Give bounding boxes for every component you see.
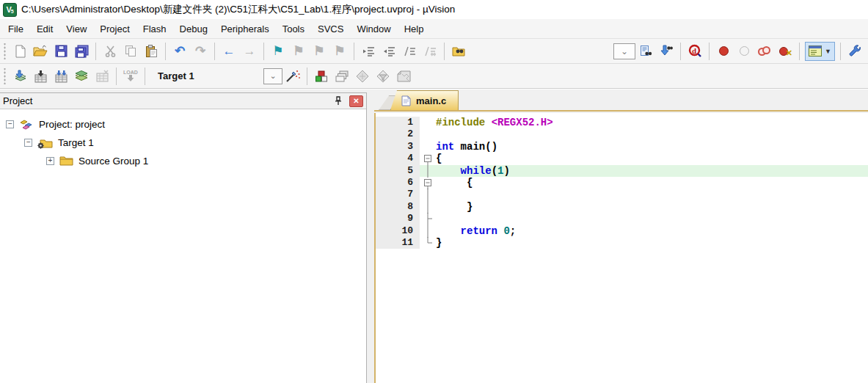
manage-project-items-button[interactable] bbox=[332, 66, 352, 87]
code-line[interactable]: 3int main() bbox=[376, 141, 868, 153]
menu-flash[interactable]: Flash bbox=[136, 20, 173, 38]
line-number[interactable]: 1 bbox=[376, 117, 420, 128]
disable-all-breakpoints-button[interactable] bbox=[754, 41, 775, 62]
toggle-bookmark-button[interactable]: ⚑ bbox=[268, 41, 288, 62]
code-line[interactable]: 11} bbox=[376, 237, 868, 249]
line-number[interactable]: 9 bbox=[376, 213, 420, 225]
download-button[interactable]: LOAD bbox=[120, 66, 141, 87]
navigate-forward-button[interactable]: → bbox=[239, 41, 260, 62]
insert-breakpoint-button[interactable] bbox=[713, 41, 734, 62]
build-button[interactable] bbox=[30, 66, 51, 87]
fold-margin[interactable] bbox=[420, 225, 436, 237]
line-number[interactable]: 8 bbox=[376, 201, 420, 213]
rebuild-all-button[interactable] bbox=[51, 66, 71, 87]
search-combobox[interactable]: ⌄ bbox=[613, 43, 635, 59]
save-all-button[interactable] bbox=[71, 41, 92, 62]
code-line[interactable]: 6 { bbox=[376, 177, 868, 189]
fold-margin[interactable] bbox=[420, 201, 436, 213]
find-in-files-dialog-button[interactable] bbox=[635, 41, 656, 62]
pin-button[interactable] bbox=[332, 95, 345, 107]
find-in-files-button[interactable] bbox=[448, 41, 469, 62]
expand-box-icon[interactable]: + bbox=[46, 157, 54, 165]
menu-tools[interactable]: Tools bbox=[276, 20, 311, 38]
menu-view[interactable]: View bbox=[59, 20, 93, 38]
menu-debug[interactable]: Debug bbox=[173, 20, 214, 38]
indent-button[interactable] bbox=[379, 41, 399, 62]
line-number[interactable]: 6 bbox=[376, 177, 420, 189]
code-line[interactable]: 4{ bbox=[376, 153, 868, 164]
kill-all-breakpoints-button[interactable]: ✕ bbox=[775, 41, 795, 62]
fold-margin[interactable] bbox=[420, 189, 436, 200]
options-for-target-button[interactable] bbox=[282, 66, 303, 87]
copy-button[interactable] bbox=[120, 41, 141, 62]
tree-item-target[interactable]: − Target 1 bbox=[0, 134, 366, 152]
incremental-find-button[interactable] bbox=[656, 41, 676, 62]
software-packs-button[interactable] bbox=[393, 66, 414, 87]
chevron-down-icon[interactable]: ⌄ bbox=[263, 68, 282, 84]
flash-config-button[interactable] bbox=[373, 66, 393, 87]
tree-item-source-group[interactable]: + Source Group 1 bbox=[0, 152, 366, 170]
paste-button[interactable] bbox=[141, 41, 161, 62]
line-number[interactable]: 3 bbox=[376, 141, 420, 153]
code-line[interactable]: 5 while(1) bbox=[376, 165, 868, 177]
configure-button[interactable] bbox=[845, 41, 865, 62]
stop-build-button[interactable] bbox=[92, 66, 112, 87]
code-line[interactable]: 9 bbox=[376, 213, 868, 225]
menu-file[interactable]: File bbox=[1, 20, 30, 38]
toolbar-grip[interactable] bbox=[3, 68, 7, 84]
line-number[interactable]: 11 bbox=[376, 237, 420, 249]
tab-main-c[interactable]: main.c bbox=[390, 90, 459, 110]
save-button[interactable] bbox=[51, 41, 71, 62]
next-bookmark-button[interactable]: ⚑ bbox=[309, 41, 329, 62]
comment-button[interactable] bbox=[399, 41, 420, 62]
menu-edit[interactable]: Edit bbox=[30, 20, 59, 38]
toolbar-grip[interactable] bbox=[3, 43, 7, 59]
tree-item-project[interactable]: − Project: project bbox=[0, 115, 366, 134]
translate-button[interactable] bbox=[10, 66, 30, 87]
navigate-back-button[interactable]: ← bbox=[219, 41, 239, 62]
menu-peripherals[interactable]: Peripherals bbox=[214, 20, 276, 38]
fold-margin[interactable] bbox=[420, 117, 436, 128]
code-editor[interactable]: 1#include <REGX52.H>23int main()4{5 whil… bbox=[374, 113, 868, 383]
code-line[interactable]: 1#include <REGX52.H> bbox=[376, 117, 868, 128]
window-layout-button[interactable]: ▼ bbox=[805, 42, 835, 61]
line-number[interactable]: 5 bbox=[376, 165, 420, 177]
line-number[interactable]: 2 bbox=[376, 128, 420, 140]
clear-bookmarks-button[interactable]: ⚑ bbox=[329, 41, 350, 62]
unindent-button[interactable] bbox=[358, 41, 379, 62]
line-number[interactable]: 4 bbox=[376, 153, 420, 164]
fold-margin[interactable] bbox=[420, 177, 436, 189]
fold-margin[interactable] bbox=[420, 237, 436, 249]
fold-margin[interactable] bbox=[420, 153, 436, 164]
code-line[interactable]: 10 return 0; bbox=[376, 225, 868, 237]
menu-help[interactable]: Help bbox=[398, 20, 431, 38]
start-stop-debug-button[interactable]: d bbox=[685, 41, 705, 62]
enable-disable-breakpoint-button[interactable] bbox=[734, 41, 754, 62]
cut-button[interactable] bbox=[100, 41, 120, 62]
undo-button[interactable]: ↶ bbox=[169, 41, 190, 62]
fold-margin[interactable] bbox=[420, 165, 436, 177]
open-file-button[interactable] bbox=[30, 41, 51, 62]
menu-svcs[interactable]: SVCS bbox=[311, 20, 350, 38]
code-line[interactable]: 2 bbox=[376, 128, 868, 140]
target-selector[interactable]: Target 1 ⌄ bbox=[153, 68, 282, 85]
collapse-box-icon[interactable]: − bbox=[6, 120, 14, 128]
redo-button[interactable]: ↷ bbox=[190, 41, 211, 62]
multi-project-button[interactable] bbox=[352, 66, 373, 87]
fold-margin[interactable] bbox=[420, 128, 436, 140]
code-line[interactable]: 8 } bbox=[376, 201, 868, 213]
menu-project[interactable]: Project bbox=[93, 20, 136, 38]
panel-splitter[interactable] bbox=[367, 90, 374, 383]
menu-window[interactable]: Window bbox=[350, 20, 397, 38]
fold-margin[interactable] bbox=[420, 213, 436, 225]
previous-bookmark-button[interactable]: ⚑ bbox=[288, 41, 309, 62]
line-number[interactable]: 10 bbox=[376, 225, 420, 237]
uncomment-button[interactable] bbox=[420, 41, 440, 62]
manage-rte-button[interactable] bbox=[311, 66, 332, 87]
collapse-box-icon[interactable]: − bbox=[24, 139, 32, 147]
code-line[interactable]: 7 bbox=[376, 189, 868, 200]
close-panel-button[interactable]: ✕ bbox=[349, 95, 363, 107]
new-file-button[interactable] bbox=[10, 41, 30, 62]
line-number[interactable]: 7 bbox=[376, 189, 420, 200]
batch-build-button[interactable] bbox=[71, 66, 92, 87]
